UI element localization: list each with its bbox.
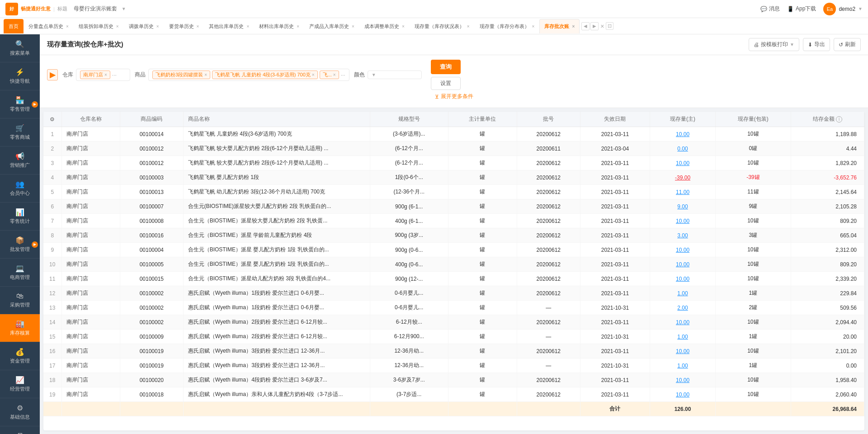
sidebar-item-stats[interactable]: 📊 零售统计 (0, 203, 40, 231)
cell-qty-main[interactable]: 11.00 (650, 185, 716, 199)
tab-xianzai1-label: 现存量（库存状况表） (415, 23, 464, 30)
query-btn[interactable]: 查询 (431, 60, 461, 74)
cell-no: 16 (43, 344, 61, 359)
sidebar-item-retail[interactable]: 🏪 零售管理 ▶ (0, 90, 40, 118)
cell-expiry: 2021-03-11 (580, 214, 650, 228)
cell-qty-main[interactable]: 1.00 (650, 286, 716, 301)
cell-qty-main[interactable]: 10.00 (650, 315, 716, 330)
tab-xianzai1[interactable]: 现存量（库存状况表） × (410, 19, 475, 33)
sidebar-item-wholesale[interactable]: 📦 批发管理 ▶ (0, 231, 40, 259)
cell-qty-main[interactable]: 10.00 (650, 127, 716, 142)
tab-qita-close[interactable]: × (246, 24, 249, 29)
cell-no: 2 (43, 142, 61, 156)
warehouse-more-dots[interactable]: ··· (112, 72, 117, 78)
tab-diaopai-close[interactable]: × (156, 24, 159, 29)
tab-cailiao[interactable]: 材料出库单历史 × (254, 19, 304, 33)
cell-qty-main[interactable]: 10.00 (650, 272, 716, 286)
cell-qty-pkg: 9罐 (715, 199, 791, 214)
export-btn[interactable]: ⬇ 导出 (803, 38, 830, 51)
tab-xianzai2[interactable]: 现存量（库存分布表） × (475, 19, 540, 33)
cell-qty-main[interactable]: 10.00 (650, 373, 716, 387)
cell-qty-pkg: 10罐 (715, 387, 791, 402)
tab-chanpin-close[interactable]: × (352, 24, 354, 29)
tab-expand-btn[interactable]: ⊡ (606, 22, 613, 30)
th-settings[interactable]: ⚙ (43, 112, 61, 127)
warehouse-tag-container[interactable]: 南岸门店 × ··· (76, 69, 130, 81)
cell-batch: 20200612 (517, 257, 580, 272)
top-right: 💬 消息 📱 App下载 Ea demo2 ▼ (760, 3, 863, 15)
user-menu[interactable]: Ea demo2 ▼ (823, 3, 863, 15)
cell-qty-main[interactable]: 1.00 (650, 359, 716, 373)
sidebar-item-marketing[interactable]: 📢 营销推广 (0, 146, 40, 175)
cell-qty-main[interactable]: 10.00 (650, 344, 716, 359)
sidebar-item-finance[interactable]: 💰 资金管理 (0, 342, 40, 370)
settings-btn[interactable]: 设置 (431, 77, 461, 90)
tab-kupi[interactable]: 库存批次账 × (539, 19, 580, 33)
tab-chengben[interactable]: 成本调整单历史 × (359, 19, 410, 33)
tab-diaopai[interactable]: 调拨单历史 × (124, 19, 164, 33)
expand-more-row[interactable]: ⊻ 展开更多条件 (47, 90, 861, 103)
warehouse-tag-remove[interactable]: × (104, 72, 107, 77)
tab-zuhe[interactable]: 组装拆卸单历史 × (74, 19, 124, 33)
tab-qita[interactable]: 其他出库单历史 × (204, 19, 254, 33)
message-btn[interactable]: 💬 消息 (760, 5, 780, 13)
cell-qty-main[interactable]: 2.00 (650, 301, 716, 315)
cell-qty-main[interactable]: -39.00 (650, 170, 716, 185)
tab-xianzai2-close[interactable]: × (532, 24, 535, 29)
th-unit: 主计量单位 (448, 112, 517, 127)
cell-qty-main[interactable]: 10.00 (650, 257, 716, 272)
table-row: 3 南岸门店 00100012 飞鹤星飞帆 较大婴儿配方奶粉 2段(6-12个月… (43, 156, 864, 170)
table-header-row: ⚙ 仓库名称 商品编码 商品名称 规格型号 主计量单位 批号 失效日期 现存量(… (43, 112, 864, 127)
cell-qty-main[interactable]: 10.00 (650, 387, 716, 402)
tab-yaohuo[interactable]: 要货单历史 × (164, 19, 204, 33)
tab-yaohuo-close[interactable]: × (197, 24, 199, 29)
tab-fenban[interactable]: 分量盘点单历史 × (24, 19, 74, 33)
sidebar-item-mall[interactable]: 🛒 零售商城 (0, 118, 40, 146)
cell-unit: 罐 (448, 315, 517, 330)
sidebar-item-operations[interactable]: 📈 经营管理 (0, 370, 40, 398)
tab-next-btn[interactable]: ▶ (590, 22, 599, 30)
cell-qty-main[interactable]: 0.00 (650, 142, 716, 156)
cell-qty-main[interactable]: 9.00 (650, 199, 716, 214)
cell-qty-main[interactable]: 1.00 (650, 330, 716, 344)
cell-qty-main[interactable]: 3.00 (650, 228, 716, 243)
template-print-btn[interactable]: 🖨 按模板打印 ▼ (749, 38, 799, 51)
color-filter-group: 颜色 ▼ (354, 71, 422, 79)
sidebar-item-inventory[interactable]: 🏭 库存核算 (0, 314, 40, 342)
cell-amount: 1,958.40 (791, 373, 864, 387)
product-tag-container[interactable]: 飞鹤奶粉3段四罐摆装 × 飞鹤星飞帆 儿童奶粉 4段(3-6岁适用) 700克 … (148, 69, 349, 81)
product-tag-2-remove[interactable]: × (312, 72, 315, 77)
dropdown-industry[interactable]: ▼ (122, 6, 126, 11)
sidebar-item-ecom[interactable]: 💻 电商管理 (0, 259, 40, 287)
print-icon: 🖨 (754, 42, 759, 48)
cell-qty-main[interactable]: 10.00 (650, 214, 716, 228)
amount-info-icon[interactable]: i (836, 116, 842, 123)
tab-zuhe-close[interactable]: × (116, 24, 119, 29)
tab-chanpin[interactable]: 产成品入库单历史 × (304, 19, 359, 33)
tab-fenban-close[interactable]: × (66, 24, 69, 29)
sidebar-item-basic[interactable]: ⚙ 基础信息 (0, 398, 40, 426)
cell-qty-main[interactable]: 10.00 (650, 243, 716, 257)
filter-expand-icon[interactable]: ▶ (47, 69, 58, 80)
refresh-btn[interactable]: ↺ 刷新 (834, 38, 861, 51)
product-tag-1-remove[interactable]: × (204, 72, 207, 77)
sidebar-item-shortcut[interactable]: ⚡ 快捷导航 (0, 62, 40, 90)
product-more-dots[interactable]: ··· (341, 72, 345, 78)
tab-close-all-btn[interactable]: × (600, 23, 604, 30)
sidebar-item-purchase[interactable]: 🛍 采购管理 (0, 287, 40, 314)
table-row: 11 南岸门店 00100015 合生元（BIOSTIME）派星幼儿配方奶粉 3… (43, 272, 864, 286)
cell-qty-main[interactable]: 10.00 (650, 156, 716, 170)
product-tag-3-remove[interactable]: × (333, 72, 336, 77)
tab-kupi-close[interactable]: × (572, 24, 575, 29)
cell-amount: 1,189.88 (791, 127, 864, 142)
tab-home[interactable]: 首页 (4, 19, 24, 33)
color-tag-container[interactable]: ▼ (368, 71, 422, 79)
sidebar-item-system[interactable]: 🖥 系统管理 (0, 426, 40, 434)
tab-chengben-close[interactable]: × (402, 24, 405, 29)
tab-cailiao-close[interactable]: × (297, 24, 299, 29)
app-download-btn[interactable]: 📱 App下载 (787, 5, 816, 13)
sidebar-item-members[interactable]: 👥 会员中心 (0, 175, 40, 203)
tab-prev-btn[interactable]: ◀ (581, 22, 590, 30)
sidebar-item-search[interactable]: 🔍 搜索菜单 (0, 34, 40, 62)
tab-xianzai1-close[interactable]: × (467, 24, 470, 29)
